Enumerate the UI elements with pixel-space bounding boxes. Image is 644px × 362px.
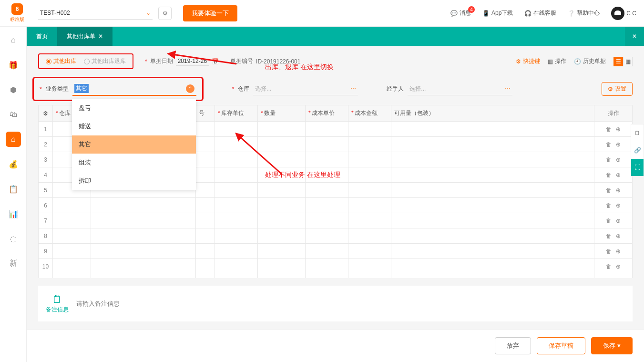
table-row[interactable]: 10 🗑 ⊕ [39, 259, 633, 274]
remark-input[interactable] [76, 300, 625, 307]
row-index: 9 [39, 244, 53, 259]
float-link-icon[interactable]: 🔗 [631, 142, 644, 159]
nav-bag-icon[interactable]: 🛍 [6, 107, 21, 122]
row-index: 5 [39, 183, 53, 198]
dropdown-option[interactable]: 赠送 [72, 117, 196, 135]
radio-outbound[interactable]: 其他出库 [46, 57, 76, 65]
radio-dot-icon [84, 59, 90, 64]
warehouse-select[interactable]: 选择...⋯ [253, 83, 358, 95]
delete-icon[interactable]: 🗑 [606, 263, 612, 270]
table-row[interactable]: 9 🗑 ⊕ [39, 244, 633, 259]
add-icon[interactable]: ⊕ [616, 172, 621, 178]
add-icon[interactable]: ⊕ [616, 126, 621, 133]
add-icon[interactable]: ⊕ [616, 202, 621, 209]
float-expand-icon[interactable]: ⛶ [631, 159, 644, 176]
delete-icon[interactable]: 🗑 [606, 202, 612, 209]
delete-icon[interactable]: 🗑 [606, 172, 612, 178]
dropdown-option[interactable]: 盘亏 [72, 99, 196, 117]
add-icon[interactable]: ⊕ [616, 248, 621, 255]
delete-icon[interactable]: 🗑 [606, 248, 612, 255]
table-row[interactable]: 8 🗑 ⊕ [39, 228, 633, 244]
biz-type-select[interactable]: 其它 ⌃ [72, 82, 196, 96]
close-icon[interactable]: ✕ [98, 33, 103, 40]
try-button[interactable]: 我要体验一下 [183, 5, 237, 21]
note-icon: 🗒 [46, 293, 69, 306]
biz-type-field: * 业务类型 其它 ⌃ 盘亏 赠送 其它 组装 拆卸 [40, 82, 196, 96]
app-download-link[interactable]: 📱 App下载 [482, 9, 513, 17]
nav-gift-icon[interactable]: 🎁 [6, 57, 21, 72]
col-sku-suffix: 号 [196, 105, 215, 122]
delete-icon[interactable]: 🗑 [606, 141, 612, 148]
nav-home-icon[interactable]: ⌂ [6, 32, 21, 48]
tab-other-outbound[interactable]: 其他出库单 ✕ [57, 27, 112, 46]
user-menu[interactable]: C C [611, 7, 636, 20]
operate-button[interactable]: ▦操作 [548, 57, 566, 65]
row-ops: 🗑 ⊕ [594, 198, 633, 213]
settings-button[interactable]: ⚙ 设置 [602, 82, 633, 96]
table-row[interactable]: 11 🗑 ⊕ [39, 274, 633, 279]
discard-button[interactable]: 放弃 [495, 337, 531, 354]
nav-house-icon[interactable]: ⬢ [6, 82, 21, 97]
nav-money-icon[interactable]: 💰 [6, 156, 21, 172]
add-icon[interactable]: ⊕ [616, 263, 621, 270]
annotation-top: 出库、退库 在这里切换 [265, 63, 334, 72]
table-row[interactable]: 7 🗑 ⊕ [39, 213, 633, 228]
dropdown-option[interactable]: 组装 [72, 154, 196, 172]
head-actions: ⚙快捷键 ▦操作 🕘历史单据 ☰ ▦ [516, 57, 633, 66]
online-service-link[interactable]: 🎧 在线客服 [524, 9, 556, 17]
logo: 标准版 [8, 3, 27, 23]
add-icon[interactable]: ⊕ [616, 141, 621, 148]
nav-sync-icon[interactable]: ◌ [6, 231, 21, 246]
top-bar: 标准版 TEST-H002 ⌄ ⚙ 我要体验一下 💬 消息 4 📱 App下载 … [0, 0, 644, 27]
row-index: 7 [39, 213, 53, 228]
delete-icon[interactable]: 🗑 [606, 126, 612, 133]
save-draft-button[interactable]: 保存草稿 [537, 337, 585, 354]
delete-icon[interactable]: 🗑 [606, 156, 612, 163]
row-index: 3 [39, 152, 53, 167]
close-all-tabs[interactable]: ✕ [625, 27, 644, 46]
list-view-icon[interactable]: ☰ [613, 57, 623, 66]
history-button[interactable]: 🕘历史单据 [574, 57, 606, 65]
table-row[interactable]: 6 🗑 ⊕ [39, 198, 633, 213]
nav-clipboard-icon[interactable]: 📋 [6, 181, 21, 197]
row-index: 8 [39, 228, 53, 244]
handler-field: 经手人 选择...⋯ [387, 83, 512, 95]
add-icon[interactable]: ⊕ [616, 217, 621, 224]
nav-warehouse-icon[interactable]: ⌂ [6, 132, 21, 147]
gear-icon: ⚙ [608, 86, 613, 93]
messages-badge: 4 [468, 6, 475, 13]
grid-view-icon[interactable]: ▦ [623, 57, 633, 66]
help-center-link[interactable]: ❔ 帮助中心 [568, 9, 600, 17]
avatar [611, 7, 624, 20]
add-icon[interactable]: ⊕ [616, 156, 621, 163]
save-button[interactable]: 保存 ▾ [591, 337, 633, 354]
settings-icon-button[interactable]: ⚙ [158, 7, 172, 20]
radio-return[interactable]: 其他出库退库 [84, 57, 126, 65]
tab-home[interactable]: 首页 [27, 27, 57, 46]
footer: 放弃 保存草稿 保存 ▾ [27, 329, 644, 362]
bill-date-value[interactable]: 2019-12-26 [176, 57, 209, 66]
add-icon[interactable]: ⊕ [616, 187, 621, 194]
delete-icon[interactable]: 🗑 [606, 187, 612, 194]
add-icon[interactable]: ⊕ [616, 233, 621, 239]
calendar-icon[interactable]: 📅 [212, 58, 219, 65]
messages-link[interactable]: 💬 消息 4 [450, 9, 471, 17]
col-unit: *库存单位 [215, 105, 258, 122]
delete-icon[interactable]: 🗑 [606, 233, 612, 239]
org-selector[interactable]: TEST-H002 ⌄ [38, 7, 153, 20]
remark-icon-block: 🗒 备注信息 [46, 293, 69, 314]
nav-new-icon[interactable]: 新 [6, 256, 21, 271]
float-note-icon[interactable]: 🗒 [631, 124, 644, 142]
dropdown-option[interactable]: 拆卸 [72, 172, 196, 190]
delete-icon[interactable]: 🗑 [606, 217, 612, 224]
row-index: 11 [39, 274, 53, 279]
dropdown-option-selected[interactable]: 其它 [72, 135, 196, 154]
radio-dot-icon [46, 59, 51, 64]
handler-select[interactable]: 选择...⋯ [408, 83, 512, 95]
nav-report-icon[interactable]: 📊 [6, 206, 21, 221]
col-gear[interactable]: ⚙ [39, 105, 53, 122]
col-qty: *数量 [258, 105, 306, 122]
ellipsis-icon: ⋯ [505, 85, 511, 93]
shortcut-button[interactable]: ⚙快捷键 [516, 57, 540, 65]
row-index: 1 [39, 122, 53, 137]
